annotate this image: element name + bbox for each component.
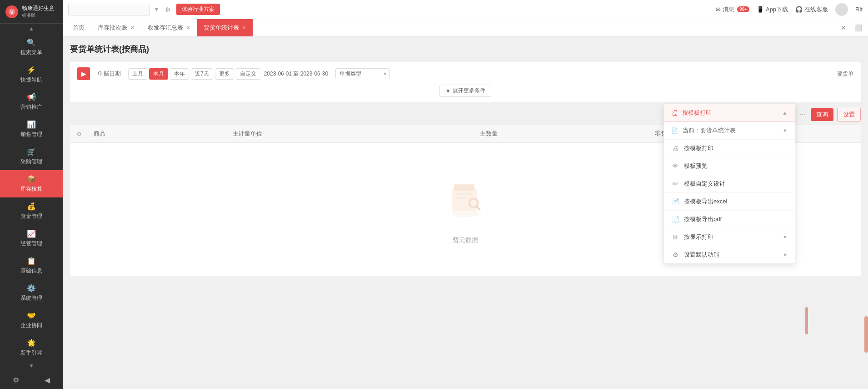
- current-template-label: 当前：要货单统计表: [683, 126, 736, 135]
- sidebar-item-guide[interactable]: 🌟 新手引导: [0, 334, 63, 361]
- gear-icon[interactable]: ⚙: [165, 6, 171, 13]
- current-template-arrow: ▼: [783, 128, 788, 133]
- inventory-icon: 📦: [27, 175, 36, 183]
- filter-toggle[interactable]: ▶: [77, 67, 90, 80]
- sidebar-bottom: ⚙ ◀: [0, 371, 63, 389]
- dropdown-header-left: 🖨 按模板打印: [671, 109, 712, 117]
- dropdown-item-template-preview[interactable]: 👁 模板预览: [664, 157, 795, 175]
- sidebar-item-label: 新手引导: [20, 349, 42, 357]
- tab-inventory-batch[interactable]: 库存批次账 ✕: [91, 19, 141, 36]
- message-icon: ✉: [716, 6, 721, 13]
- topbar: ▼ ⚙ 体验行业方案 ✉ 消息 99+ 📱 App下载 🎧 在线客服 Rit: [63, 0, 868, 19]
- close-tab-button[interactable]: ✕: [837, 21, 850, 34]
- template-custom-icon: ✏: [671, 180, 679, 187]
- avatar[interactable]: [835, 3, 848, 16]
- chevron-right-icon: ▶: [81, 70, 86, 77]
- date-btn-prev-month[interactable]: 上月: [128, 68, 147, 80]
- sidebar-item-shortcut[interactable]: ⚡ 快捷导航: [0, 61, 63, 88]
- order-type-select[interactable]: 单据类型: [335, 68, 390, 79]
- date-btn-custom[interactable]: 自定义: [236, 68, 260, 80]
- query-button[interactable]: 查询: [811, 108, 833, 121]
- date-buttons: 上月 本月 本年 近7天 更多 自定义 2023-06-01 至 2023-06…: [128, 68, 328, 80]
- sidebar-item-cooperation[interactable]: 🤝 企业协同: [0, 307, 63, 334]
- date-range-text: 2023-06-01 至 2023-06-30: [264, 70, 328, 78]
- order-goods-select-wrapper: 要货单: [837, 70, 853, 78]
- sidebar-item-label: 库存核算: [20, 185, 42, 193]
- more-actions-icon[interactable]: ···: [798, 109, 807, 121]
- dropdown-item-export-excel[interactable]: 📄 按模板导出excel: [664, 193, 795, 211]
- dropdown-header[interactable]: 🖨 按模板打印 ▲: [664, 104, 795, 122]
- tab-receipt-summary[interactable]: 收发存汇总表 ✕: [141, 19, 197, 36]
- tab-close-receipt-summary[interactable]: ✕: [186, 25, 190, 31]
- collapse-icon[interactable]: ◀: [45, 376, 50, 384]
- export-pdf-label: 按模板导出pdf: [684, 215, 788, 223]
- tab-home[interactable]: 首页: [66, 19, 91, 36]
- sidebar-item-system[interactable]: ⚙️ 系统管理: [0, 279, 63, 307]
- table-col-goods: 商品: [88, 125, 227, 143]
- message-badge: 99+: [737, 6, 749, 12]
- date-btn-7days[interactable]: 近7天: [191, 68, 213, 80]
- online-service-button[interactable]: 🎧 在线客服: [795, 5, 828, 14]
- dropdown-item-export-pdf[interactable]: 📄 按模板导出pdf: [664, 211, 795, 228]
- message-button[interactable]: ✉ 消息 99+: [716, 5, 749, 14]
- dropdown-item-set-default[interactable]: ⚙ 设置默认功能 ▼: [664, 246, 795, 263]
- operation-icon: 📈: [27, 229, 36, 238]
- column-settings-icon[interactable]: ⚙: [76, 131, 82, 137]
- sidebar-item-sales[interactable]: 📊 销售管理: [0, 116, 63, 143]
- dropdown-arrow-icon[interactable]: ▼: [154, 6, 160, 13]
- date-btn-more[interactable]: 更多: [215, 68, 234, 80]
- dropdown-item-template-print[interactable]: 🖨 按模板打印: [664, 140, 795, 157]
- sidebar-item-label: 经营管理: [20, 240, 42, 248]
- order-goods-label: 要货单: [837, 70, 853, 78]
- dropdown-item-template-custom[interactable]: ✏ 模板自定义设计: [664, 175, 795, 193]
- sidebar-item-label: 系统管理: [20, 294, 42, 302]
- username: Rit: [855, 6, 863, 13]
- export-excel-label: 按模板导出excel: [684, 197, 788, 206]
- dropdown-item-display-print[interactable]: 🖥 按显示打印 ▼: [664, 228, 795, 246]
- trial-button[interactable]: 体验行业方案: [176, 4, 220, 15]
- sidebar-item-basic[interactable]: 📋 基础信息: [0, 252, 63, 279]
- tabs-actions: ✕ ⬜: [837, 21, 868, 34]
- set-default-label: 设置默认功能: [684, 251, 778, 259]
- svg-rect-5: [456, 193, 472, 195]
- search-input[interactable]: [68, 4, 150, 15]
- display-print-label: 按显示打印: [684, 233, 778, 241]
- sidebar-item-marketing[interactable]: 📢 营销推广: [0, 88, 63, 116]
- svg-rect-4: [454, 184, 474, 191]
- sidebar: V 畅康通好生意 标准版 ▲ 🔍 搜索菜单 ⚡ 快捷导航 📢 营销推广: [0, 0, 63, 389]
- sidebar-item-search[interactable]: 🔍 搜索菜单: [0, 34, 63, 61]
- template-preview-label: 模板预览: [684, 162, 788, 170]
- export-excel-icon: 📄: [671, 198, 679, 205]
- svg-line-9: [477, 207, 480, 210]
- settings-button[interactable]: 设置: [837, 108, 861, 121]
- app-download-button[interactable]: 📱 App下载: [757, 5, 788, 14]
- sidebar-item-finance[interactable]: 💰 资金管理: [0, 197, 63, 225]
- date-btn-current-year[interactable]: 本年: [170, 68, 189, 80]
- sidebar-item-operation[interactable]: 📈 经营管理: [0, 225, 63, 252]
- sidebar-item-purchase[interactable]: 🛒 采购管理: [0, 143, 63, 170]
- tab-order-stats[interactable]: 要货单统计表 ✕: [197, 19, 253, 36]
- expand-more-button[interactable]: ▼ 展开更多条件: [439, 85, 491, 97]
- date-btn-current-month[interactable]: 本月: [149, 68, 168, 80]
- sidebar-scroll-down[interactable]: ▼: [0, 361, 63, 371]
- expand-more-icon: ▼: [445, 88, 451, 94]
- table-col-qty: 主数量: [474, 125, 649, 143]
- tab-close-order-stats[interactable]: ✕: [242, 25, 246, 31]
- settings-icon[interactable]: ⚙: [13, 376, 19, 384]
- app-logo: V 畅康通好生意 标准版: [0, 0, 63, 24]
- page-scrollbar-thumb[interactable]: [864, 316, 868, 353]
- dropdown-current-template[interactable]: 📄 当前：要货单统计表 ▼: [664, 122, 795, 140]
- sidebar-item-label: 搜索菜单: [20, 49, 42, 56]
- sidebar-item-label: 快捷导航: [20, 76, 42, 84]
- dropdown-collapse-icon[interactable]: ▲: [782, 110, 788, 116]
- purchase-icon: 🛒: [27, 147, 36, 156]
- filter-row: ▶ 单据日期 上月 本月 本年 近7天 更多 自定义 2023-06-01 至 …: [77, 67, 853, 80]
- sidebar-scroll-up[interactable]: ▲: [0, 24, 63, 34]
- table-col-settings[interactable]: ⚙: [70, 125, 88, 143]
- page-area: 要货单统计表(按商品) ▶ 单据日期 上月 本月 本年 近7天 更多 自定义: [63, 36, 868, 389]
- template-print-label: 按模板打印: [684, 144, 788, 152]
- tab-close-inventory-batch[interactable]: ✕: [130, 25, 135, 31]
- expand-tab-button[interactable]: ⬜: [852, 21, 864, 34]
- sidebar-item-inventory[interactable]: 📦 库存核算: [0, 170, 63, 197]
- sidebar-item-label: 资金管理: [20, 212, 42, 220]
